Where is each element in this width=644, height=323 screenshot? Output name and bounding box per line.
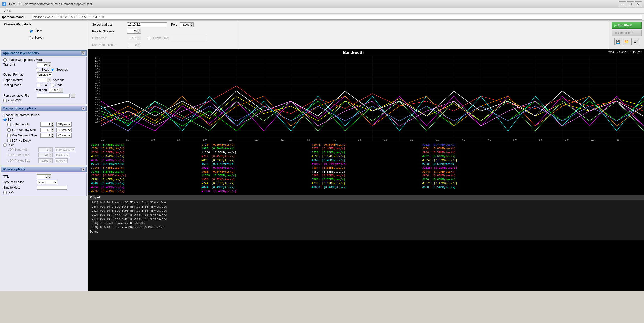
udp-buffer-label: UDP Buffer Size	[7, 153, 37, 157]
buffer-unit-select[interactable]: MBytesKBytes	[56, 122, 72, 127]
test-port-input[interactable]	[49, 88, 59, 92]
tcp-radio[interactable]	[3, 118, 7, 121]
parallel-up[interactable]: ▲	[137, 29, 141, 31]
ttl-input[interactable]	[37, 175, 47, 178]
max-seg-up[interactable]: ▲	[51, 133, 54, 135]
run-label: Run IPerf!	[618, 24, 632, 27]
output-header: Output	[88, 195, 644, 200]
stat-920: #920: [0.52MBytes/s]	[202, 178, 310, 181]
client-limit-check[interactable]	[148, 37, 151, 40]
command-input[interactable]	[32, 15, 642, 20]
maximize-button[interactable]: ☐	[627, 1, 634, 7]
report-down[interactable]: ▼	[47, 80, 51, 82]
transmit-down[interactable]: ▼	[47, 65, 51, 67]
parallel-input[interactable]	[127, 30, 137, 33]
print-mss-check[interactable]	[3, 99, 7, 102]
max-segment-unit-select[interactable]: KBytesMBytes	[56, 133, 72, 138]
buffer-length-input[interactable]	[41, 123, 51, 126]
parallel-down[interactable]: ▼	[137, 31, 141, 33]
ip-layer-title: IP layer options	[3, 168, 25, 171]
save-icon-button[interactable]: 💾	[614, 38, 622, 45]
output-text[interactable]: [912] 0.0-10.2 sec 4.53 MBytes 0.44 MByt…	[88, 200, 644, 239]
bytes-radio[interactable]	[36, 68, 39, 71]
server-radio[interactable]	[30, 36, 33, 39]
compat-mode-check[interactable]	[3, 58, 7, 62]
num-connections-input	[127, 43, 137, 47]
ttl-up[interactable]: ▲	[47, 175, 51, 177]
num-connections-up: ▲	[137, 43, 141, 45]
ipv6-check[interactable]	[3, 191, 7, 194]
tcp-window-down[interactable]: ▼	[51, 130, 54, 132]
main-layout: Application layer options ✕ Enable Compa…	[0, 49, 644, 291]
stat-904: #904: [0.40MBytes/s]	[91, 143, 199, 147]
udp-buffer-input	[39, 153, 49, 157]
stat-1076: #1076: [0.42MBytes/s]	[422, 181, 531, 185]
tcp-window-check[interactable]	[7, 128, 11, 132]
seconds-suffix: seconds	[53, 78, 64, 82]
client-radio[interactable]	[30, 30, 33, 33]
port-down[interactable]: ▼	[190, 25, 193, 27]
svg-text:5.5: 5.5	[384, 138, 388, 141]
transmit-up[interactable]: ▲	[47, 63, 51, 65]
max-segment-check[interactable]	[7, 134, 11, 137]
tcp-window-up[interactable]: ▲	[51, 128, 54, 130]
dual-check[interactable]	[37, 84, 40, 87]
settings-icon-button[interactable]: ⚙	[631, 38, 639, 45]
stat-960: #960: [0.60MBytes/s]	[312, 174, 420, 177]
report-interval-input[interactable]	[37, 78, 47, 82]
stop-label: Stop IPerf!	[618, 31, 633, 35]
close-button[interactable]: ✕	[635, 1, 642, 7]
minimize-button[interactable]: −	[619, 1, 626, 7]
report-up[interactable]: ▲	[47, 78, 51, 80]
svg-text:8.5: 8.5	[539, 138, 543, 141]
transmit-input[interactable]	[37, 63, 47, 66]
menu-bar: JPerf	[0, 8, 644, 14]
server-address-input[interactable]	[127, 22, 167, 27]
port-input[interactable]	[180, 23, 190, 26]
buffer-down[interactable]: ▼	[51, 124, 54, 126]
udp-pkt-up: ▲	[49, 159, 52, 161]
ip-layer-header: IP layer options ✕	[1, 167, 87, 172]
open-icon-button[interactable]: 📂	[623, 38, 630, 45]
buffer-up[interactable]: ▲	[51, 122, 54, 124]
tcp-no-delay-label: TCP No Delay	[12, 139, 31, 142]
max-segment-input[interactable]	[41, 134, 51, 137]
svg-text:8.0: 8.0	[513, 138, 517, 141]
svg-text:0.5: 0.5	[126, 138, 129, 141]
stat-1000: #1000: [0.70MBytes/s]	[91, 174, 199, 177]
tos-select[interactable]: None Low Delay Throughput Reliability	[37, 180, 57, 184]
udp-bw-up: ▲	[49, 148, 52, 150]
seconds-radio[interactable]	[51, 68, 54, 71]
stat-816: #816: [0.41MBytes/s]	[91, 158, 199, 162]
stat-928: #928: [0.46MBytes/s]	[91, 178, 199, 181]
ip-layer-close[interactable]: ✕	[81, 168, 85, 171]
stop-button[interactable]: ⏹ Stop IPerf!	[612, 30, 642, 36]
max-seg-down[interactable]: ▼	[51, 135, 54, 137]
stats-col-1: #904: [0.40MBytes/s] #888: [0.64MBytes/s…	[90, 143, 200, 193]
stat-752: #752: [0.45MBytes/s]	[91, 162, 199, 166]
tcp-window-input[interactable]	[41, 128, 51, 132]
mode-label: Choose iPerf Mode:	[4, 23, 34, 26]
test-port-down[interactable]: ▼	[59, 90, 63, 92]
port-up[interactable]: ▲	[190, 23, 193, 25]
sidebar: Application layer options ✕ Enable Compa…	[0, 49, 88, 291]
ttl-down[interactable]: ▼	[47, 177, 51, 179]
menu-item-jperf[interactable]: JPerf	[2, 9, 13, 13]
run-button[interactable]: ▶ Run IPerf!	[612, 22, 642, 29]
app-layer-close[interactable]: ✕	[81, 51, 85, 55]
output-format-select[interactable]: MBytes KBytes GBytes	[37, 72, 52, 77]
rep-file-input[interactable]	[37, 94, 70, 98]
buffer-length-check[interactable]	[7, 123, 11, 126]
svg-text:4.0: 4.0	[306, 138, 310, 141]
test-port-up[interactable]: ▲	[59, 88, 63, 90]
bind-input[interactable]	[37, 186, 67, 190]
rep-file-browse[interactable]: ...	[71, 94, 75, 98]
stat-720: #720: [0.52MBytes/s]	[312, 181, 420, 185]
tcp-window-unit-select[interactable]: KBytesMBytes	[56, 128, 72, 132]
transport-layer-close[interactable]: ✕	[81, 107, 85, 110]
stats-col-3: #1044: [0.38MBytes/s] #872: [0.44MBytes/…	[311, 143, 421, 193]
udp-radio[interactable]	[3, 143, 7, 147]
stats-col-4: #912: [0.44MBytes/s] #864: [0.60MBytes/s…	[421, 143, 532, 193]
tcp-no-delay-check[interactable]	[7, 139, 11, 142]
trade-check[interactable]	[51, 84, 54, 87]
